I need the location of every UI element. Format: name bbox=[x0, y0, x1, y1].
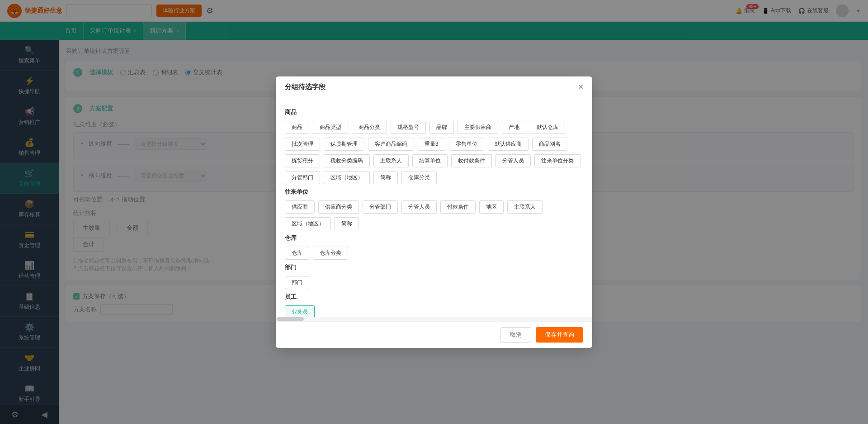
section-warehouse-title: 仓库 bbox=[285, 234, 583, 242]
field-short-name[interactable]: 简称 bbox=[373, 171, 398, 184]
field-goods-category[interactable]: 商品分类 bbox=[352, 121, 387, 134]
dialog-overlay: 分组待选字段 × 商品 商品 商品类型 商品分类 规格型号 品牌 主要供应商 产… bbox=[0, 0, 868, 424]
field-main-supplier[interactable]: 主要供应商 bbox=[458, 121, 498, 134]
field-default-warehouse[interactable]: 默认仓库 bbox=[530, 121, 565, 134]
field-customer-code[interactable]: 客户商品编码 bbox=[368, 138, 414, 151]
field-warehouse-category[interactable]: 仓库分类 bbox=[313, 247, 348, 260]
field-payment-terms[interactable]: 收付款条件 bbox=[451, 154, 492, 167]
dialog-cancel-button[interactable]: 取消 bbox=[500, 327, 531, 343]
field-short-name2[interactable]: 简称 bbox=[335, 217, 359, 230]
section-goods-title: 商品 bbox=[285, 108, 583, 116]
section-dept-title: 部门 bbox=[285, 263, 583, 272]
dialog-body: 商品 商品 商品类型 商品分类 规格型号 品牌 主要供应商 产地 默认仓库 批次… bbox=[276, 97, 592, 317]
field-main-contact[interactable]: 主联系人 bbox=[373, 154, 409, 167]
field-goods-alias[interactable]: 商品别名 bbox=[532, 138, 567, 151]
dialog-hscroll[interactable] bbox=[276, 317, 592, 321]
field-retail-unit[interactable]: 零售单位 bbox=[449, 138, 484, 151]
field-select-dialog: 分组待选字段 × 商品 商品 商品类型 商品分类 规格型号 品牌 主要供应商 产… bbox=[276, 76, 592, 348]
hscroll-thumb[interactable] bbox=[277, 317, 304, 321]
section-staff-fields: 业务员 bbox=[285, 305, 583, 317]
field-payment-terms2[interactable]: 付款条件 bbox=[440, 200, 476, 214]
section-partner-fields: 供应商 供应商分类 分管部门 分管人员 付款条件 地区 主联系人 区域（地区） … bbox=[285, 200, 583, 230]
field-department[interactable]: 部门 bbox=[285, 276, 309, 289]
field-warehouse-cat[interactable]: 仓库分类 bbox=[401, 171, 437, 184]
field-expiry-mgmt[interactable]: 保质期管理 bbox=[324, 138, 364, 151]
field-settlement-unit[interactable]: 结算单位 bbox=[412, 154, 448, 167]
field-main-contact2[interactable]: 主联系人 bbox=[507, 200, 542, 214]
field-tax-code[interactable]: 税收分类编码 bbox=[324, 154, 370, 167]
section-warehouse-fields: 仓库 仓库分类 bbox=[285, 247, 583, 260]
section-goods-fields: 商品 商品类型 商品分类 规格型号 品牌 主要供应商 产地 默认仓库 批次管理 … bbox=[285, 121, 583, 184]
field-supplier-category[interactable]: 供应商分类 bbox=[318, 200, 359, 214]
field-warehouse[interactable]: 仓库 bbox=[285, 247, 309, 260]
field-dept2[interactable]: 分管部门 bbox=[363, 200, 398, 214]
field-spec-model[interactable]: 规格型号 bbox=[391, 121, 426, 134]
field-area[interactable]: 地区 bbox=[479, 200, 504, 214]
dialog-close-button[interactable]: × bbox=[578, 83, 583, 91]
field-batch-mgmt[interactable]: 批次管理 bbox=[285, 138, 320, 151]
field-supervisor2[interactable]: 分管人员 bbox=[401, 200, 437, 214]
field-weight[interactable]: 重量3 bbox=[418, 138, 445, 151]
field-partner-category[interactable]: 往来单位分类 bbox=[534, 154, 580, 167]
field-default-supplier[interactable]: 默认供应商 bbox=[488, 138, 528, 151]
section-staff-title: 员工 bbox=[285, 293, 583, 301]
field-brand[interactable]: 品牌 bbox=[429, 121, 454, 134]
dialog-header: 分组待选字段 × bbox=[276, 76, 592, 97]
dialog-confirm-button[interactable]: 保存并查询 bbox=[536, 327, 583, 343]
dialog-title: 分组待选字段 bbox=[285, 83, 326, 91]
dialog-footer: 取消 保存并查询 bbox=[276, 321, 592, 348]
section-dept-fields: 部门 bbox=[285, 276, 583, 289]
field-dept-in-charge[interactable]: 分管部门 bbox=[285, 171, 320, 184]
field-region2[interactable]: 区域（地区） bbox=[285, 217, 331, 230]
field-supplier[interactable]: 供应商 bbox=[285, 200, 315, 214]
field-salesperson[interactable]: 业务员 bbox=[285, 305, 315, 317]
section-partner-title: 往来单位 bbox=[285, 188, 583, 196]
field-goods-type[interactable]: 商品类型 bbox=[313, 121, 348, 134]
field-goods[interactable]: 商品 bbox=[285, 121, 309, 134]
field-supervisor[interactable]: 分管人员 bbox=[495, 154, 531, 167]
field-pick-points[interactable]: 拣货积分 bbox=[285, 154, 320, 167]
field-origin[interactable]: 产地 bbox=[502, 121, 526, 134]
field-region[interactable]: 区域（地区） bbox=[324, 171, 370, 184]
